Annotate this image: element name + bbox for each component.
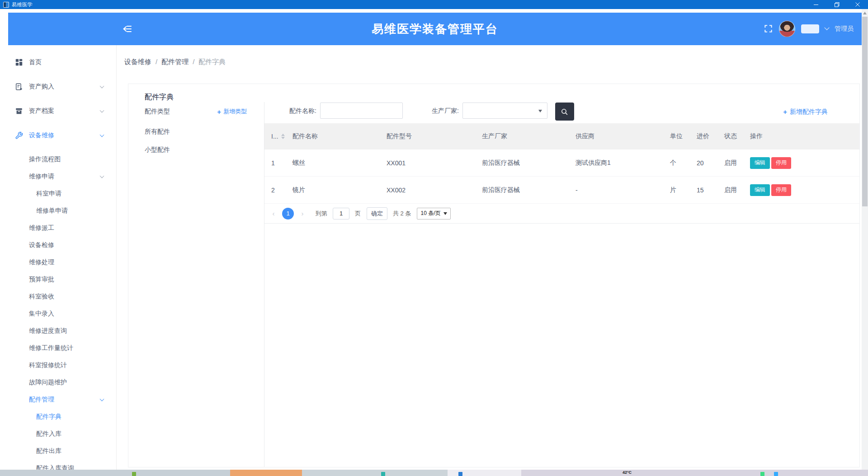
add-type-button[interactable]: + 新增类型 — [217, 107, 247, 116]
cell-manufacturer: 前沿医疗器械 — [482, 159, 576, 167]
scrollbar-thumb[interactable] — [862, 17, 868, 206]
chevron-down-icon — [100, 84, 104, 89]
sidebar-item[interactable]: 配件出库 — [0, 443, 116, 460]
taskbar-app-icon[interactable] — [760, 472, 764, 476]
column-header: 配件名称 — [292, 132, 387, 140]
page-size-select[interactable]: 10 条/页 — [417, 208, 451, 219]
sidebar-item[interactable]: 科室验收 — [0, 288, 116, 305]
taskbar-app-icon[interactable] — [381, 472, 385, 476]
taskbar-app-icon[interactable] — [774, 472, 778, 476]
sidebar-item[interactable]: 科室申请 — [0, 185, 116, 202]
sidebar-item[interactable]: 资产购入 — [0, 75, 116, 99]
sidebar-item[interactable]: 科室报修统计 — [0, 357, 116, 374]
restore-button[interactable] — [826, 0, 847, 9]
window-title: 易维医学 — [12, 1, 33, 8]
sidebar-item[interactable]: 维修申请 — [0, 168, 116, 185]
sidebar-item[interactable]: 设备维修 — [0, 123, 116, 148]
taskbar-active-app[interactable] — [230, 470, 302, 476]
sidebar-item[interactable]: 维修工作量统计 — [0, 340, 116, 357]
sidebar-item[interactable]: 集中录入 — [0, 305, 116, 322]
sidebar-item[interactable]: 资产档案 — [0, 99, 116, 123]
cell-status: 启用 — [724, 186, 750, 194]
sort-icon[interactable] — [281, 134, 285, 139]
cell-name: 镜片 — [292, 186, 387, 194]
taskbar-temperature: 42°C — [623, 470, 632, 475]
taskbar-segment — [521, 470, 868, 476]
asset-archive-icon — [15, 107, 23, 115]
sidebar-item[interactable]: 配件入库查询 — [0, 460, 116, 470]
taskbar-app-icon[interactable] — [458, 472, 462, 476]
taskbar-segment — [302, 470, 448, 476]
sidebar-item[interactable]: 维修派工 — [0, 219, 116, 237]
asset-purchase-icon — [15, 83, 23, 91]
table-header-row: I...配件名称配件型号生产厂家供应商单位进价状态操作 — [264, 123, 859, 149]
breadcrumb-separator: / — [193, 58, 194, 65]
chevron-down-icon — [100, 133, 104, 137]
sidebar-item[interactable]: 维修处理 — [0, 254, 116, 271]
minimize-button[interactable] — [806, 0, 826, 9]
sidebar-item-label: 维修申请 — [29, 173, 54, 181]
breadcrumb-item[interactable]: 设备维修 — [124, 58, 151, 65]
taskbar-app-icon[interactable] — [132, 472, 136, 476]
cell-id: 1 — [264, 159, 292, 167]
column-header: 进价 — [697, 132, 724, 140]
table-row: 2镜片XX002前沿医疗器械-片15启用编辑停用 — [264, 177, 859, 204]
chevron-down-icon — [100, 174, 104, 178]
tree-item[interactable]: 小型配件 — [145, 145, 264, 154]
taskbar-segment — [0, 470, 230, 476]
os-taskbar[interactable]: 42°C — [0, 470, 868, 476]
sidebar-item-label: 设备维修 — [29, 131, 54, 140]
app-header: 易维医学装备管理平台 管理员 — [8, 13, 862, 45]
manufacturer-label: 生产厂家: — [432, 103, 459, 119]
sidebar-item[interactable]: 故障问题维护 — [0, 374, 116, 391]
sidebar-item-label: 故障问题维护 — [29, 378, 67, 387]
cell-model: XX001 — [387, 159, 482, 167]
sidebar-item[interactable]: 配件入库 — [0, 425, 116, 443]
next-page-button[interactable]: › — [297, 210, 307, 217]
cell-price: 15 — [697, 187, 724, 194]
goto-page-input[interactable] — [333, 208, 349, 219]
cell-model: XX002 — [387, 187, 482, 194]
page-size-value: 10 条/页 — [420, 210, 440, 217]
parts-dictionary-panel: 配件字典 配件类型 + 新增类型 所有配件小型配件 — [128, 84, 860, 467]
edit-button[interactable]: 编辑 — [750, 157, 770, 169]
sidebar-item[interactable]: 配件字典 — [0, 408, 116, 425]
scrollbar-up-arrow-icon[interactable] — [863, 12, 867, 14]
tree-item[interactable]: 所有配件 — [145, 127, 264, 136]
disable-button[interactable]: 停用 — [771, 157, 791, 169]
sidebar: 首页资产购入资产档案设备维修操作流程图维修申请科室申请维修单申请维修派工设备检修… — [0, 45, 117, 470]
sidebar-item-label: 维修单申请 — [36, 207, 68, 215]
breadcrumb-item[interactable]: 配件管理 — [161, 58, 189, 65]
confirm-button[interactable]: 确定 — [367, 207, 387, 220]
sidebar-item-label: 资产档案 — [29, 107, 54, 115]
sidebar-item[interactable]: 维修单申请 — [0, 202, 116, 219]
part-name-input[interactable] — [320, 103, 403, 119]
page-unit-label: 页 — [355, 210, 361, 218]
main-content: 设备维修/配件管理/配件字典 配件字典 配件类型 + 新增类型 所有配件小型配件 — [117, 45, 862, 470]
close-button[interactable] — [847, 0, 868, 9]
page-number-button[interactable]: 1 — [282, 208, 294, 219]
sidebar-item[interactable]: 预算审批 — [0, 271, 116, 288]
breadcrumb: 设备维修/配件管理/配件字典 — [117, 45, 862, 66]
manufacturer-select[interactable] — [462, 103, 547, 119]
plus-icon: + — [217, 108, 221, 115]
sidebar-item[interactable]: 操作流程图 — [0, 151, 116, 168]
breadcrumb-item: 配件字典 — [198, 58, 226, 65]
disable-button[interactable]: 停用 — [771, 184, 791, 196]
add-dictionary-button[interactable]: + 新增配件字典 — [783, 103, 828, 121]
edit-button[interactable]: 编辑 — [750, 184, 770, 196]
sidebar-item-label: 维修工作量统计 — [29, 344, 73, 352]
sidebar-item[interactable]: 配件管理 — [0, 391, 116, 408]
cell-name: 螺丝 — [292, 159, 387, 167]
sidebar-item-label: 配件出库 — [36, 447, 61, 455]
page-scrollbar[interactable] — [862, 9, 868, 470]
sidebar-item-label: 集中录入 — [29, 310, 54, 318]
panel-title: 配件字典 — [128, 84, 859, 102]
prev-page-button[interactable]: ‹ — [269, 210, 278, 217]
sidebar-item[interactable]: 首页 — [0, 50, 116, 75]
part-type-tree: 配件类型 + 新增类型 所有配件小型配件 — [128, 102, 264, 467]
sidebar-item[interactable]: 维修进度查询 — [0, 322, 116, 340]
sidebar-item[interactable]: 设备检修 — [0, 237, 116, 254]
minimize-icon — [814, 2, 818, 7]
search-button[interactable] — [555, 103, 574, 121]
